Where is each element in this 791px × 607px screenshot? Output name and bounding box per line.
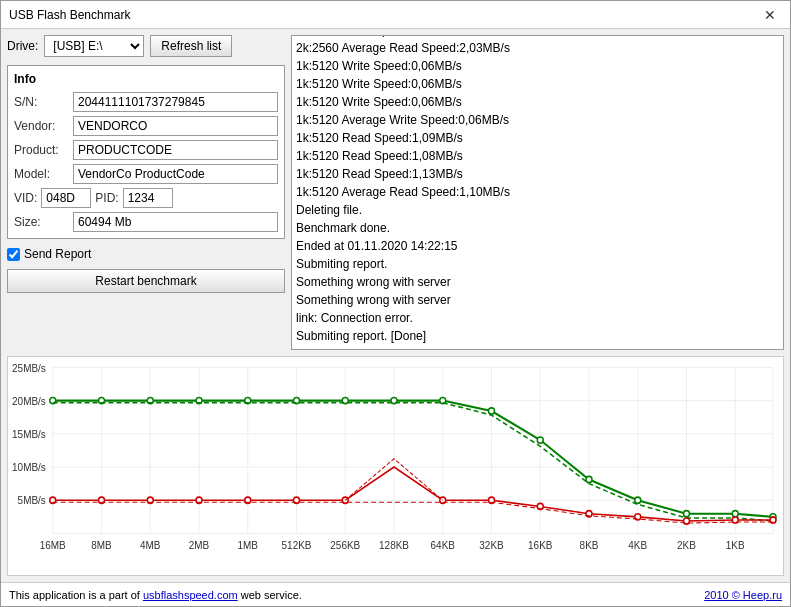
log-line: 1k:5120 Average Read Speed:1,10MB/s xyxy=(296,183,779,201)
log-line: Deleting file. xyxy=(296,201,779,219)
log-line: 1k:5120 Average Write Speed:0,06MB/s xyxy=(296,111,779,129)
model-row: Model: xyxy=(14,164,278,184)
svg-text:10MB/s: 10MB/s xyxy=(12,462,46,473)
svg-text:1MB: 1MB xyxy=(238,540,259,551)
vid-pid-row: VID: PID: xyxy=(14,188,278,208)
footer-text: This application is a part of usbflashsp… xyxy=(9,589,302,601)
sn-label: S/N: xyxy=(14,95,69,109)
svg-text:8KB: 8KB xyxy=(580,540,599,551)
svg-text:16KB: 16KB xyxy=(528,540,553,551)
footer: This application is a part of usbflashsp… xyxy=(1,582,790,606)
vid-field[interactable] xyxy=(41,188,91,208)
restart-benchmark-button[interactable]: Restart benchmark xyxy=(7,269,285,293)
product-row: Product: xyxy=(14,140,278,160)
size-field[interactable] xyxy=(73,212,278,232)
svg-text:8MB: 8MB xyxy=(91,540,112,551)
svg-text:2MB: 2MB xyxy=(189,540,210,551)
vid-label: VID: xyxy=(14,191,37,205)
svg-text:2KB: 2KB xyxy=(677,540,696,551)
sn-row: S/N: xyxy=(14,92,278,112)
drive-label: Drive: xyxy=(7,39,38,53)
vendor-field[interactable] xyxy=(73,116,278,136)
log-line: 1k:5120 Read Speed:1,09MB/s xyxy=(296,129,779,147)
vendor-label: Vendor: xyxy=(14,119,69,133)
log-line: Benchmark done. xyxy=(296,219,779,237)
info-title: Info xyxy=(14,72,278,86)
send-report-label[interactable]: Send Report xyxy=(24,247,91,261)
sn-field[interactable] xyxy=(73,92,278,112)
chart-area: 25MB/s 20MB/s 15MB/s 10MB/s 5MB/s 16MB 8… xyxy=(7,356,784,576)
log-line: Submiting report. [Done] xyxy=(296,327,779,345)
drive-row: Drive: [USB] E:\ Refresh list xyxy=(7,35,285,57)
main-window: USB Flash Benchmark ✕ Drive: [USB] E:\ R… xyxy=(0,0,791,607)
svg-point-53 xyxy=(586,476,592,482)
drive-select[interactable]: [USB] E:\ xyxy=(44,35,144,57)
svg-text:128KB: 128KB xyxy=(379,540,409,551)
log-line: link: Connection error. xyxy=(296,309,779,327)
svg-text:512KB: 512KB xyxy=(282,540,312,551)
benchmark-chart: 25MB/s 20MB/s 15MB/s 10MB/s 5MB/s 16MB 8… xyxy=(8,357,783,575)
window-title: USB Flash Benchmark xyxy=(9,8,130,22)
svg-point-54 xyxy=(635,497,641,503)
model-field[interactable] xyxy=(73,164,278,184)
vendor-row: Vendor: xyxy=(14,116,278,136)
title-bar: USB Flash Benchmark ✕ xyxy=(1,1,790,29)
svg-text:64KB: 64KB xyxy=(431,540,456,551)
log-line: 1k:5120 Read Speed:1,08MB/s xyxy=(296,147,779,165)
pid-label: PID: xyxy=(95,191,118,205)
product-field[interactable] xyxy=(73,140,278,160)
svg-text:16MB: 16MB xyxy=(40,540,66,551)
svg-text:4MB: 4MB xyxy=(140,540,161,551)
product-label: Product: xyxy=(14,143,69,157)
pid-field[interactable] xyxy=(123,188,173,208)
svg-text:5MB/s: 5MB/s xyxy=(18,495,46,506)
usbflashspeed-link[interactable]: usbflashspeed.com xyxy=(143,589,238,601)
svg-point-52 xyxy=(537,437,543,443)
log-line: Something wrong with server xyxy=(296,291,779,309)
send-report-row: Send Report xyxy=(7,247,285,261)
model-label: Model: xyxy=(14,167,69,181)
svg-text:25MB/s: 25MB/s xyxy=(12,362,46,373)
footer-text-before: This application is a part of xyxy=(9,589,143,601)
svg-point-55 xyxy=(684,511,690,517)
log-line: 2k:2560 Average Read Speed:2,03MB/s xyxy=(296,39,779,57)
log-panel[interactable]: 2k:2560 Read Speed:2,02MB/s2k:2560 Read … xyxy=(291,35,784,350)
content-area: Drive: [USB] E:\ Refresh list Info S/N: … xyxy=(1,29,790,356)
svg-text:20MB/s: 20MB/s xyxy=(12,396,46,407)
svg-text:32KB: 32KB xyxy=(479,540,504,551)
left-panel: Drive: [USB] E:\ Refresh list Info S/N: … xyxy=(7,35,285,350)
svg-point-56 xyxy=(732,511,738,517)
svg-text:256KB: 256KB xyxy=(330,540,360,551)
svg-point-51 xyxy=(489,408,495,414)
svg-text:15MB/s: 15MB/s xyxy=(12,429,46,440)
log-line: Something wrong with server xyxy=(296,273,779,291)
footer-text-after: web service. xyxy=(238,589,302,601)
refresh-list-button[interactable]: Refresh list xyxy=(150,35,232,57)
log-line: Ended at 01.11.2020 14:22:15 xyxy=(296,237,779,255)
svg-text:1KB: 1KB xyxy=(726,540,745,551)
svg-text:4KB: 4KB xyxy=(628,540,647,551)
log-line: 1k:5120 Write Speed:0,06MB/s xyxy=(296,57,779,75)
log-line: 1k:5120 Read Speed:1,13MB/s xyxy=(296,165,779,183)
log-line: 1k:5120 Write Speed:0,06MB/s xyxy=(296,75,779,93)
close-button[interactable]: ✕ xyxy=(758,6,782,24)
size-row: Size: xyxy=(14,212,278,232)
log-line: Submiting report. xyxy=(296,255,779,273)
size-label: Size: xyxy=(14,215,69,229)
send-report-checkbox[interactable] xyxy=(7,248,20,261)
heep-link[interactable]: 2010 © Heep.ru xyxy=(704,589,782,601)
info-box: Info S/N: Vendor: Product: M xyxy=(7,65,285,239)
log-line: 1k:5120 Write Speed:0,06MB/s xyxy=(296,93,779,111)
